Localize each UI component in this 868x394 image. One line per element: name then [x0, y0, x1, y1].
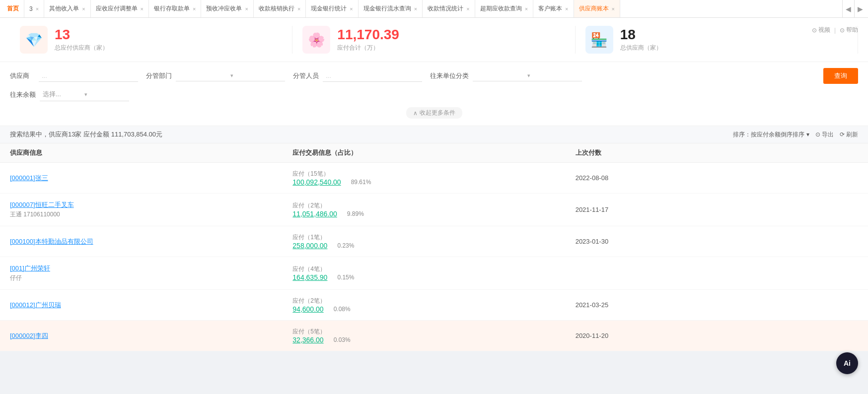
- close-icon[interactable]: ×: [414, 6, 417, 12]
- nav-tab-ap-adjust-label: 应收应付调整单: [96, 4, 138, 13]
- total-payable-icon: 🌸: [302, 26, 330, 54]
- nav-prev-button[interactable]: ◀: [842, 0, 854, 18]
- help-link[interactable]: ⊙ 帮助: [840, 26, 858, 34]
- category-filter-select[interactable]: ▾: [473, 70, 582, 81]
- supplier-link[interactable]: [000007]恒旺二手叉车: [10, 200, 292, 209]
- supplier-info: [000012]广州贝瑞: [10, 301, 292, 310]
- chevron-up-icon: ∧: [413, 110, 418, 117]
- collapse-bar: ∧ 收起更多条件: [10, 105, 858, 121]
- tx-amount[interactable]: 11,051,486.00: [292, 210, 337, 218]
- tx-label: 应付（1笔）: [292, 233, 575, 242]
- nav-tab-home[interactable]: 首页: [2, 0, 24, 18]
- dept-filter-select[interactable]: ▾: [176, 70, 285, 81]
- tx-pct: 0.15%: [337, 274, 354, 281]
- close-icon[interactable]: ×: [525, 6, 528, 12]
- nav-tab-supplier-account-label: 供应商账本: [579, 4, 609, 13]
- nav-tab-collection-stats[interactable]: 收款情况统计 ×: [423, 0, 475, 18]
- supplier-link[interactable]: [001]广州荣轩: [10, 264, 292, 273]
- last-pay: 2023-01-30: [576, 238, 858, 245]
- tx-amount[interactable]: 94,600.00: [292, 305, 323, 313]
- close-icon[interactable]: ×: [612, 6, 615, 12]
- chevron-down-icon: ▾: [806, 131, 809, 138]
- divider: |: [834, 27, 836, 34]
- supplier-info: [000001]张三: [10, 174, 292, 183]
- nav-tab-advance-collection[interactable]: 预收冲应收单 ×: [201, 0, 253, 18]
- export-icon: ⊙: [815, 131, 820, 138]
- close-icon[interactable]: ×: [82, 6, 85, 12]
- filter-row-2: 往来余额 选择... ▾: [10, 88, 858, 101]
- summary-links: ⊙ 视频 | ⊙ 帮助: [812, 26, 858, 34]
- nav-tab-cash-bank-stats[interactable]: 现金银行统计 ×: [306, 0, 358, 18]
- supplier-filter-input[interactable]: [39, 70, 138, 82]
- nav-tab-overdue-query-label: 超期应收款查询: [480, 4, 522, 13]
- category-filter-label: 往来单位分类: [430, 71, 469, 80]
- nav-tab-ap-adjust[interactable]: 应收应付调整单 ×: [91, 0, 149, 18]
- export-button[interactable]: ⊙ 导出: [815, 131, 834, 139]
- tx-pct: 0.03%: [334, 336, 351, 343]
- supplier-sub: 王通 17106110000: [10, 210, 292, 219]
- close-icon[interactable]: ×: [466, 6, 469, 12]
- close-icon[interactable]: ×: [350, 6, 353, 12]
- nav-tab-customer-account-label: 客户账本: [538, 4, 562, 13]
- tx-amount[interactable]: 32,366.00: [292, 336, 323, 344]
- balance-filter-label: 往来余额: [10, 90, 36, 99]
- supplier-link[interactable]: [000002]李四: [10, 331, 292, 340]
- close-icon[interactable]: ×: [565, 6, 568, 12]
- tx-pct: 0.23%: [337, 242, 354, 249]
- nav-tab-3[interactable]: 3 ×: [24, 0, 44, 18]
- filter-area: 供应商 分管部门 ▾ 分管人员 往来单位分类 ▾ 查询 往来余额 选择: [0, 62, 868, 126]
- filter-dept: 分管部门 ▾: [146, 70, 285, 81]
- supplier-sub: 仔仔: [10, 274, 292, 282]
- nav-tab-collection-exec[interactable]: 收款核销执行 ×: [254, 0, 306, 18]
- nav-arrows: ◀ ▶: [842, 0, 866, 18]
- balance-filter-select[interactable]: 选择... ▾: [40, 88, 129, 101]
- supplier-link[interactable]: [000100]本特勤油品有限公司: [10, 237, 292, 246]
- chevron-down-icon: ▾: [527, 72, 579, 79]
- sort-label: 排序：按应付余额倒序排序: [733, 131, 804, 139]
- nav-tab-cash-flow-query-label: 现金银行流水查询: [363, 4, 411, 13]
- nav-next-button[interactable]: ▶: [854, 0, 866, 18]
- sort-select[interactable]: 排序：按应付余额倒序排序 ▾: [733, 131, 809, 139]
- close-icon[interactable]: ×: [193, 6, 196, 12]
- table-row: [000007]恒旺二手叉车 王通 17106110000 应付（2笔） 11,…: [0, 194, 868, 226]
- filter-category: 往来单位分类 ▾: [430, 70, 582, 81]
- payable-suppliers-number: 13: [55, 27, 108, 43]
- person-filter-input[interactable]: [323, 70, 422, 82]
- tx-amount[interactable]: 100,092,540.00: [292, 178, 341, 186]
- refresh-icon: ⟳: [840, 131, 845, 138]
- supplier-link[interactable]: [000001]张三: [10, 174, 292, 183]
- tx-pct: 9.89%: [347, 210, 364, 217]
- refresh-button[interactable]: ⟳ 刷新: [840, 131, 858, 139]
- tx-pct: 89.61%: [351, 179, 371, 186]
- total-suppliers-label: 总供应商（家）: [620, 44, 662, 52]
- supplier-link[interactable]: [000012]广州贝瑞: [10, 301, 292, 310]
- query-button[interactable]: 查询: [823, 68, 858, 84]
- nav-tab-customer-account[interactable]: 客户账本 ×: [533, 0, 574, 18]
- nav-tab-overdue-query[interactable]: 超期应收款查询 ×: [475, 0, 533, 18]
- nav-tab-other-income[interactable]: 其他收入单 ×: [44, 0, 90, 18]
- collapse-button[interactable]: ∧ 收起更多条件: [406, 107, 462, 119]
- close-icon[interactable]: ×: [141, 6, 144, 12]
- filter-row-1: 供应商 分管部门 ▾ 分管人员 往来单位分类 ▾ 查询: [10, 68, 858, 84]
- table-row: [001]广州荣轩 仔仔 应付（4笔） 164,635.90 0.15%: [0, 257, 868, 290]
- close-icon[interactable]: ×: [297, 6, 300, 12]
- result-bar: 搜索结果中，供应商13家 应付金额 111,703,854.00元 排序：按应付…: [0, 126, 868, 143]
- person-filter-label: 分管人员: [293, 71, 319, 80]
- tx-amount[interactable]: 164,635.90: [292, 273, 327, 281]
- col-header-tx: 应付交易信息（占比）: [292, 148, 575, 157]
- close-icon[interactable]: ×: [245, 6, 248, 12]
- nav-tab-cash-flow-query[interactable]: 现金银行流水查询 ×: [359, 0, 423, 18]
- nav-tab-supplier-account[interactable]: 供应商账本 ×: [574, 0, 620, 18]
- tx-info: 应付（5笔） 32,366.00 0.03%: [292, 328, 575, 344]
- tx-amount[interactable]: 258,000.00: [292, 242, 327, 250]
- last-pay: 2021-11-17: [576, 206, 858, 213]
- nav-tab-collection-stats-label: 收款情况统计: [428, 4, 463, 13]
- table-header: 供应商信息 应付交易信息（占比） 上次付数: [0, 143, 868, 163]
- close-icon[interactable]: ×: [36, 6, 39, 12]
- total-payable-number: 11,170.39: [337, 27, 399, 43]
- last-pay: 2021-03-25: [576, 301, 858, 309]
- nav-tab-bank-deposit[interactable]: 银行存取款单 ×: [149, 0, 201, 18]
- table-row: [000001]张三 应付（15笔） 100,092,540.00 89.61%…: [0, 163, 868, 194]
- video-link[interactable]: ⊙ 视频: [812, 26, 830, 34]
- tx-info: 应付（15笔） 100,092,540.00 89.61%: [292, 170, 575, 186]
